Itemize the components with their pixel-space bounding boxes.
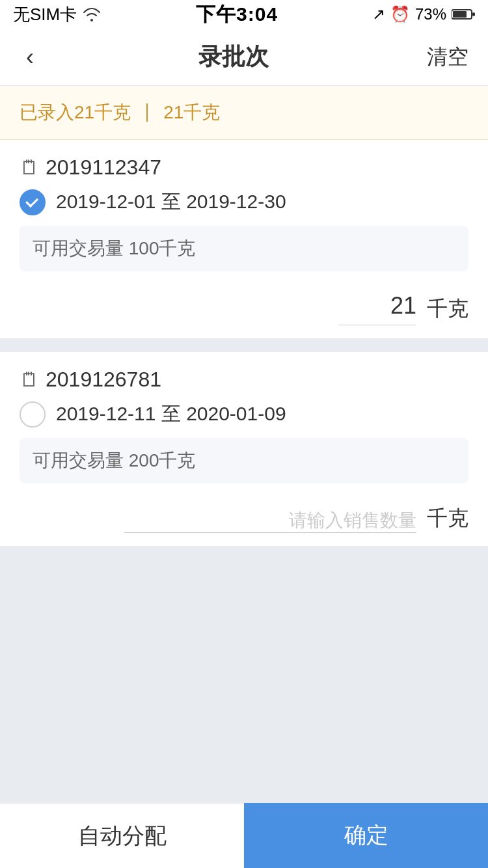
- recorded-label: 已录入21千克: [20, 100, 131, 125]
- summary-divider: [146, 103, 148, 122]
- section-divider: [0, 339, 488, 352]
- status-left: 无SIM卡: [13, 3, 102, 26]
- batch-1-header: 🗒 2019112347: [20, 156, 468, 180]
- batch-2-date-row[interactable]: 2019-12-11 至 2020-01-09: [20, 401, 468, 427]
- location-icon: ↗: [372, 5, 385, 23]
- auto-distribute-button[interactable]: 自动分配: [0, 803, 244, 868]
- batch-2-qty-unit: 千克: [427, 504, 468, 533]
- alarm-icon: ⏰: [390, 5, 410, 23]
- batch-1-qty-underline: 21: [338, 292, 416, 325]
- battery-icon: [452, 8, 475, 20]
- back-button[interactable]: ‹: [20, 37, 40, 77]
- batch-2-qty-input[interactable]: [124, 505, 416, 533]
- carrier-label: 无SIM卡: [13, 3, 77, 26]
- status-time: 下午3:04: [196, 1, 278, 28]
- summary-banner: 已录入21千克 21千克: [0, 86, 488, 140]
- batch-card-1: 🗒 2019112347 2019-12-01 至 2019-12-30 可用交…: [0, 140, 488, 339]
- batch-1-id: 2019112347: [46, 156, 161, 180]
- nav-bar: ‹ 录批次 清空: [0, 29, 488, 86]
- page-title: 录批次: [198, 41, 269, 73]
- batch-icon-2: 🗒: [20, 369, 39, 391]
- batch-2-available: 可用交易量 200千克: [20, 438, 468, 483]
- batch-1-date: 2019-12-01 至 2019-12-30: [56, 189, 286, 215]
- batch-2-header: 🗒 2019126781: [20, 368, 468, 392]
- batch-1-date-row[interactable]: 2019-12-01 至 2019-12-30: [20, 189, 468, 215]
- batch-2-qty-row: 千克: [0, 494, 488, 547]
- batch-2-input-container[interactable]: [20, 505, 416, 533]
- confirm-button[interactable]: 确定: [244, 803, 488, 868]
- batch-item-1: 🗒 2019112347 2019-12-01 至 2019-12-30 可用交…: [0, 140, 488, 271]
- batch-2-date: 2019-12-11 至 2020-01-09: [56, 401, 286, 427]
- batch-1-radio[interactable]: [20, 189, 46, 215]
- batch-2-radio[interactable]: [20, 401, 46, 427]
- battery-label: 73%: [415, 5, 446, 23]
- batch-1-qty-row: 21 千克: [0, 282, 488, 339]
- batch-item-2: 🗒 2019126781 2019-12-11 至 2020-01-09 可用交…: [0, 352, 488, 483]
- svg-rect-2: [472, 12, 475, 16]
- batch-1-available: 可用交易量 100千克: [20, 226, 468, 271]
- batch-1-qty-unit: 千克: [427, 295, 468, 323]
- status-right: ↗ ⏰ 73%: [372, 5, 475, 23]
- clear-button[interactable]: 清空: [427, 43, 468, 72]
- svg-rect-1: [453, 11, 467, 18]
- wifi-icon: [82, 7, 102, 21]
- summary-amount: 21千克: [163, 100, 220, 125]
- status-bar: 无SIM卡 下午3:04 ↗ ⏰ 73%: [0, 0, 488, 29]
- batch-1-qty-value: 21: [390, 292, 416, 319]
- batch-2-id: 2019126781: [46, 368, 161, 392]
- footer: 自动分配 确定: [0, 803, 488, 868]
- batch-card-2: 🗒 2019126781 2019-12-11 至 2020-01-09 可用交…: [0, 352, 488, 547]
- batch-icon-1: 🗒: [20, 157, 39, 179]
